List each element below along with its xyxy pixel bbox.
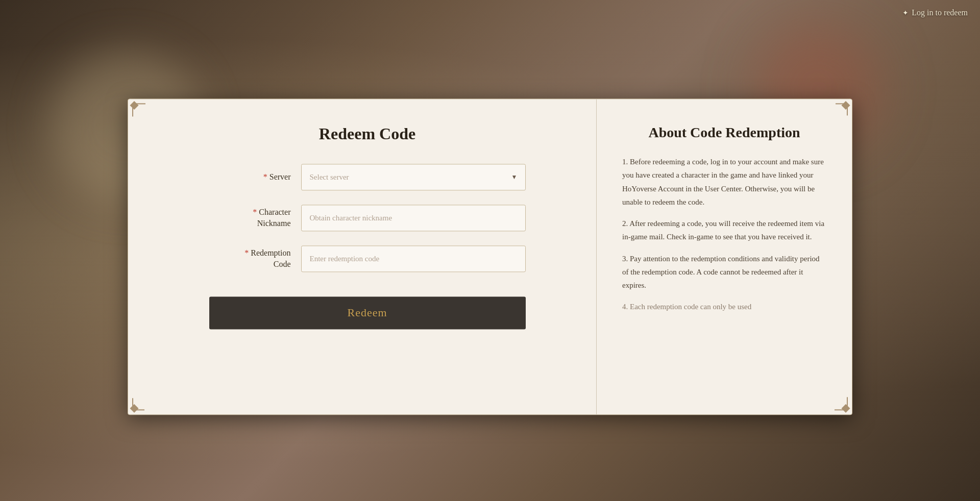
nickname-label: *CharacterNickname [209,207,291,230]
server-required-star: * [263,172,267,181]
server-select[interactable]: Select server America Europe Asia TW, HK… [301,164,526,190]
login-label: Log in to redeem [912,8,968,17]
redemption-code-row: *RedemptionCode [209,245,526,272]
star-icon: ✦ [902,9,909,17]
redeem-form: *Server Select server America Europe Asi… [209,164,526,329]
nickname-input[interactable] [301,205,526,231]
login-link[interactable]: ✦ Log in to redeem [902,8,968,17]
top-bar: ✦ Log in to redeem [890,0,980,26]
right-panel-content: 1. Before redeeming a code, log in to yo… [622,155,826,314]
right-panel-title: About Code Redemption [622,124,826,141]
nickname-required-star: * [253,208,257,216]
left-panel-title: Redeem Code [319,124,415,143]
main-dialog: Redeem Code *Server Select server Americ… [128,98,852,415]
redemption-code-input[interactable] [301,245,526,272]
redeem-button[interactable]: Redeem [209,296,526,329]
right-panel: About Code Redemption 1. Before redeemin… [597,99,852,414]
left-panel: Redeem Code *Server Select server Americ… [128,99,597,414]
nickname-row: *CharacterNickname [209,205,526,231]
server-label: *Server [209,171,291,183]
info-point-1: 1. Before redeeming a code, log in to yo… [622,155,826,209]
server-row: *Server Select server America Europe Asi… [209,164,526,190]
info-point-2: 2. After redeeming a code, you will rece… [622,217,826,244]
redemption-code-label: *RedemptionCode [209,247,291,270]
code-required-star: * [244,248,249,257]
info-point-3: 3. Pay attention to the redemption condi… [622,252,826,292]
server-select-wrapper: Select server America Europe Asia TW, HK… [301,164,526,190]
info-point-4: 4. Each redemption code can only be used [622,300,826,314]
